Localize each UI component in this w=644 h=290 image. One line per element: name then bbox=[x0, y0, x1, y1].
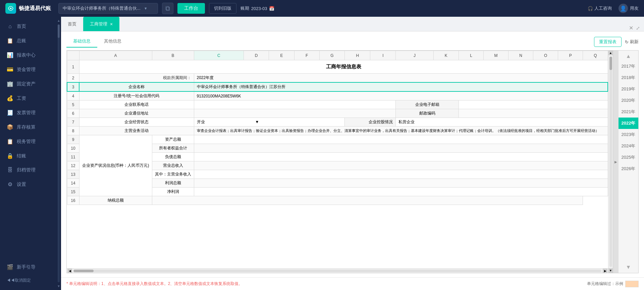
tab-close-icon[interactable]: × bbox=[110, 21, 113, 27]
cell-5-phone[interactable] bbox=[194, 100, 396, 109]
col-header-q: Q bbox=[583, 51, 608, 60]
workbench-button[interactable]: 工作台 bbox=[177, 3, 205, 14]
row-num-14: 14 bbox=[67, 179, 79, 188]
year-item-2024[interactable]: 2024年 bbox=[619, 140, 638, 152]
copy-button[interactable] bbox=[162, 3, 173, 14]
sidebar-scroll-down[interactable]: ▼ bbox=[56, 284, 61, 289]
col-header-row: A B C D E F G H I J bbox=[67, 51, 608, 60]
cell-16-value[interactable] bbox=[152, 196, 583, 205]
user-area[interactable]: 👤 用友 bbox=[619, 4, 639, 13]
sidebar-item-inventory[interactable]: 📦 库存核算 bbox=[0, 120, 56, 134]
cell-6-address[interactable] bbox=[194, 109, 396, 118]
cell-9-value[interactable] bbox=[194, 135, 608, 144]
year-item-2019[interactable]: 2019年 bbox=[619, 83, 638, 95]
cell-7-status[interactable]: 开业 ▼ bbox=[194, 118, 345, 127]
cell-7-holding[interactable]: 私营企业 bbox=[396, 118, 608, 127]
year-item-2021[interactable]: 2021年 bbox=[619, 106, 638, 118]
right-collapse-panel[interactable]: ▶ bbox=[613, 51, 618, 273]
table-title-cell[interactable]: 工商年报信息表 bbox=[79, 60, 608, 74]
sidebar-item-close[interactable]: 🔒 结账 bbox=[0, 149, 56, 163]
cell-6-postcode[interactable] bbox=[459, 109, 608, 118]
sidebar-item-label: 归档管理 bbox=[17, 167, 36, 173]
sub-tab-other-label: 其他信息 bbox=[104, 39, 121, 44]
year-item-2026[interactable]: 2026年 bbox=[619, 163, 638, 174]
sidebar-item-label: 税务管理 bbox=[17, 139, 36, 145]
spreadsheet-table: A B C D E F G H I J bbox=[67, 51, 608, 205]
cell-4-value[interactable]: 91320100MA208E5W6K bbox=[194, 91, 608, 100]
year-item-2025[interactable]: 2025年 bbox=[619, 152, 638, 163]
v-scroll-down-button[interactable]: ▼ bbox=[608, 268, 613, 273]
v-scrollbar[interactable]: ▲ ▼ bbox=[608, 51, 613, 273]
sidebar-item-label: 结账 bbox=[17, 153, 26, 159]
chevron-down-icon: ▼ bbox=[144, 6, 148, 10]
year-item-2020[interactable]: 2020年 bbox=[619, 95, 638, 106]
sub-tab-other[interactable]: 其他信息 bbox=[97, 35, 128, 48]
finance-icon: 💳 bbox=[7, 66, 13, 73]
logo-area: 畅捷通易代账 bbox=[5, 3, 51, 14]
calendar-icon[interactable]: 📅 bbox=[269, 6, 274, 11]
tab-bar: 首页 工商管理 × ✕ ⤢ bbox=[61, 17, 644, 31]
col-header-h: H bbox=[345, 51, 370, 60]
sidebar-item-reports[interactable]: 📊 报表中心 bbox=[0, 48, 56, 62]
year-item-2017[interactable]: 2017年 bbox=[619, 61, 638, 72]
old-version-button[interactable]: 切到旧版 bbox=[209, 3, 236, 14]
refresh-button[interactable]: ↻ 刷新 bbox=[625, 39, 639, 45]
tax-icon: 📋 bbox=[7, 138, 13, 145]
year-panel: ▲ 2017年 2018年 2019年 2020年 2021年 2022年 20… bbox=[618, 51, 638, 273]
consult-button[interactable]: 🎧 人工咨询 bbox=[588, 5, 612, 11]
reset-button[interactable]: 重置报表 bbox=[594, 37, 622, 47]
cell-8-value[interactable]: 审查企业会计报表；出具审计报告；验证企业资本；出具验资报告；办理企业合并、分立、… bbox=[194, 127, 608, 135]
sidebar-scroll-up[interactable]: ▲ bbox=[56, 18, 61, 23]
col-header-i: I bbox=[370, 51, 396, 60]
tab-home[interactable]: 首页 bbox=[61, 17, 83, 31]
row-num-11: 11 bbox=[67, 153, 79, 161]
sub-tab-basic[interactable]: 基础信息 bbox=[66, 35, 97, 48]
year-panel-up-nav[interactable]: ▲ bbox=[619, 52, 638, 61]
cell-7-label: 企业经营状态 bbox=[79, 118, 194, 127]
year-item-2023[interactable]: 2023年 bbox=[619, 129, 638, 140]
window-expand-icon[interactable]: ⤢ bbox=[636, 25, 640, 31]
h-scroll-right-button[interactable]: ▶ bbox=[603, 269, 607, 273]
consult-label: 人工咨询 bbox=[594, 5, 612, 11]
cell-12-value[interactable] bbox=[194, 161, 608, 170]
cell-13-value[interactable] bbox=[194, 170, 608, 179]
year-down-icon[interactable]: ▼ bbox=[625, 263, 633, 272]
cell-3-value[interactable]: 中审众环会计师事务所（特殊普通合伙）江苏分所 bbox=[194, 82, 608, 91]
row-num-7: 7 bbox=[67, 118, 79, 127]
sidebar-scroll: ▲ ▼ bbox=[56, 17, 61, 290]
sidebar-item-home[interactable]: ⌂ 首页 bbox=[0, 19, 56, 33]
sidebar-item-tax[interactable]: 📋 税务管理 bbox=[0, 134, 56, 149]
tab-active-business[interactable]: 工商管理 × bbox=[83, 17, 119, 31]
sidebar-item-archive[interactable]: 🗄 归档管理 bbox=[0, 163, 56, 177]
status-bar: * 单元格编辑说明：1、点击单元格直接录入数值或文本。2、清空单元格数值或文本恢… bbox=[61, 277, 644, 290]
sidebar-item-finance[interactable]: 💳 资金管理 bbox=[0, 62, 56, 77]
year-item-2018[interactable]: 2018年 bbox=[619, 72, 638, 83]
col-header-n: N bbox=[508, 51, 533, 60]
cell-13-label: 其中：主营业务收入 bbox=[152, 170, 194, 179]
window-close-icon[interactable]: ✕ bbox=[629, 25, 633, 31]
cell-14-value[interactable] bbox=[194, 179, 608, 188]
sidebar-item-guide[interactable]: 🎬 新手引导 bbox=[0, 260, 56, 274]
cell-2-value[interactable]: 2022年度 bbox=[194, 74, 608, 83]
cell-15-value[interactable] bbox=[194, 188, 608, 196]
table-scroll-area[interactable]: A B C D E F G H I J bbox=[67, 51, 608, 268]
sidebar-item-assets[interactable]: 🏢 固定资产 bbox=[0, 77, 56, 91]
h-scrollbar[interactable]: ◀ ▶ bbox=[67, 268, 608, 273]
company-selector[interactable]: 中审众环会计师事务所（特殊普通合伙... ▼ bbox=[58, 3, 158, 14]
cell-6-postcode-label: 邮政编码 bbox=[396, 109, 459, 118]
cell-10-value[interactable] bbox=[194, 144, 608, 153]
v-scroll-thumb bbox=[609, 57, 612, 70]
year-item-2022[interactable]: 2022年 bbox=[619, 118, 638, 129]
year-up-icon[interactable]: ▲ bbox=[625, 52, 633, 61]
v-scroll-up-button[interactable]: ▲ bbox=[608, 51, 613, 55]
cell-5-email[interactable] bbox=[459, 100, 608, 109]
cell-11-value[interactable] bbox=[194, 153, 608, 161]
sidebar-item-ledger[interactable]: 📋 总账 bbox=[0, 33, 56, 48]
sidebar-item-invoice[interactable]: 🧾 发票管理 bbox=[0, 105, 56, 120]
unpin-button[interactable]: ◀◀取消固定 bbox=[0, 274, 56, 287]
h-scroll-left-button[interactable]: ◀ bbox=[67, 269, 72, 273]
sidebar-item-salary[interactable]: 💰 工资 bbox=[0, 91, 56, 105]
col-header-j: J bbox=[396, 51, 433, 60]
app-title: 畅捷通易代账 bbox=[19, 5, 51, 12]
sidebar-item-settings[interactable]: ⚙ 设置 bbox=[0, 177, 56, 192]
